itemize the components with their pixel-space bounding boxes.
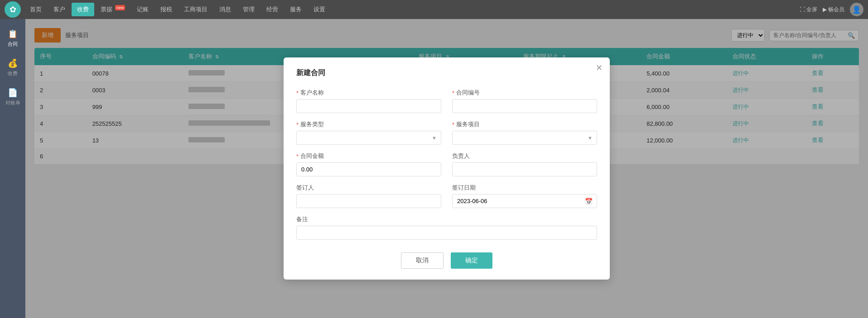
modal-close-button[interactable]: ✕ xyxy=(596,63,603,73)
app-logo[interactable]: ✿ xyxy=(5,1,21,18)
select-service-item[interactable] xyxy=(452,131,597,145)
new-badge: new xyxy=(115,5,125,10)
input-person[interactable] xyxy=(452,162,597,176)
new-contract-modal: 新建合同 ✕ * 客户名称 * 合同编号 xyxy=(284,57,610,280)
select-service-type-wrapper: ▼ xyxy=(296,131,441,145)
field-contract-amount: * 合同金额 xyxy=(296,152,441,176)
modal-title: 新建合同 xyxy=(296,68,597,78)
modal-overlay[interactable]: 新建合同 ✕ * 客户名称 * 合同编号 xyxy=(25,19,868,318)
sidebar-label-billing: 收费 xyxy=(8,70,18,77)
confirm-button[interactable]: 确定 xyxy=(451,252,492,269)
nav-item-bookkeeping[interactable]: 记账 xyxy=(131,3,154,16)
field-signer: 签订人 xyxy=(296,184,441,208)
cancel-button[interactable]: 取消 xyxy=(401,252,444,269)
input-contract-number[interactable] xyxy=(452,99,597,113)
modal-footer: 取消 确定 xyxy=(296,252,597,269)
field-service-type: * 服务类型 ▼ xyxy=(296,120,441,145)
sidebar-label-contract: 合同 xyxy=(8,41,18,47)
nav-item-tax[interactable]: 报税 xyxy=(155,3,178,16)
input-contract-amount[interactable] xyxy=(296,162,441,176)
input-signer[interactable] xyxy=(296,194,441,208)
nav-item-settings[interactable]: 设置 xyxy=(308,3,331,16)
nav-item-manage[interactable]: 管理 xyxy=(237,3,260,16)
field-remarks: 备注 xyxy=(296,215,597,240)
form-grid: * 客户名称 * 合同编号 xyxy=(296,89,597,240)
fullscreen-icon: ⛶ xyxy=(800,6,805,13)
content-area: 新增 服务项目 进行中 全部 已结束 🔍 序号 合同编码 ⇅ 客户名称 ⇅ 服务… xyxy=(25,19,868,318)
label-customer-name: * 客户名称 xyxy=(296,89,441,97)
nav-menu: 首页 客户 收费 票据 new 记账 报税 工商项目 消息 管理 经营 服务 设… xyxy=(24,3,800,16)
sidebar-item-statement[interactable]: 📄 对账单 xyxy=(0,82,25,112)
label-remarks: 备注 xyxy=(296,215,597,223)
input-remarks[interactable] xyxy=(296,226,597,240)
field-contract-number: * 合同编号 xyxy=(452,89,597,113)
nav-item-client[interactable]: 客户 xyxy=(48,3,71,16)
sidebar-item-contract[interactable]: 📋 合同 xyxy=(0,24,25,53)
field-customer-name: * 客户名称 xyxy=(296,89,441,113)
sidebar: 📋 合同 💰 收费 📄 对账单 xyxy=(0,19,25,318)
select-service-item-wrapper: ▼ xyxy=(452,131,597,145)
vip-button[interactable]: ▶ 畅会员 xyxy=(823,6,844,14)
label-person: 负责人 xyxy=(452,152,597,160)
label-contract-number: * 合同编号 xyxy=(452,89,597,97)
nav-item-billing[interactable]: 收费 xyxy=(72,3,94,16)
sidebar-item-billing[interactable]: 💰 收费 xyxy=(0,53,25,82)
billing-icon: 💰 xyxy=(8,58,18,68)
nav-right-area: ⛶ 全屏 ▶ 畅会员 👤 xyxy=(800,3,863,16)
sidebar-label-statement: 对账单 xyxy=(5,100,20,106)
field-person: 负责人 xyxy=(452,152,597,176)
label-service-item: * 服务项目 xyxy=(452,120,597,128)
nav-item-invoice[interactable]: 票据 new xyxy=(95,3,130,16)
select-service-type[interactable] xyxy=(296,131,441,145)
contract-icon: 📋 xyxy=(8,29,18,39)
label-service-type: * 服务类型 xyxy=(296,120,441,128)
input-customer-name[interactable] xyxy=(296,99,441,113)
nav-item-service[interactable]: 服务 xyxy=(285,3,307,16)
main-layout: 📋 合同 💰 收费 📄 对账单 新增 服务项目 进行中 全部 已结束 🔍 xyxy=(0,19,868,318)
nav-item-home[interactable]: 首页 xyxy=(24,3,47,16)
play-icon: ▶ xyxy=(823,6,827,13)
fullscreen-button[interactable]: ⛶ 全屏 xyxy=(800,6,817,14)
label-contract-amount: * 合同金额 xyxy=(296,152,441,160)
user-avatar[interactable]: 👤 xyxy=(850,3,863,16)
top-navigation: ✿ 首页 客户 收费 票据 new 记账 报税 工商项目 消息 管理 经营 服务… xyxy=(0,0,868,19)
date-wrapper-sign-date: 📅 xyxy=(452,194,597,208)
label-sign-date: 签订日期 xyxy=(452,184,597,192)
label-signer: 签订人 xyxy=(296,184,441,192)
input-sign-date[interactable] xyxy=(452,194,597,208)
statement-icon: 📄 xyxy=(8,88,18,98)
nav-item-operations[interactable]: 经营 xyxy=(261,3,284,16)
field-service-item: * 服务项目 ▼ xyxy=(452,120,597,145)
nav-item-message[interactable]: 消息 xyxy=(214,3,236,16)
nav-item-business[interactable]: 工商项目 xyxy=(178,3,213,16)
field-sign-date: 签订日期 📅 xyxy=(452,184,597,208)
